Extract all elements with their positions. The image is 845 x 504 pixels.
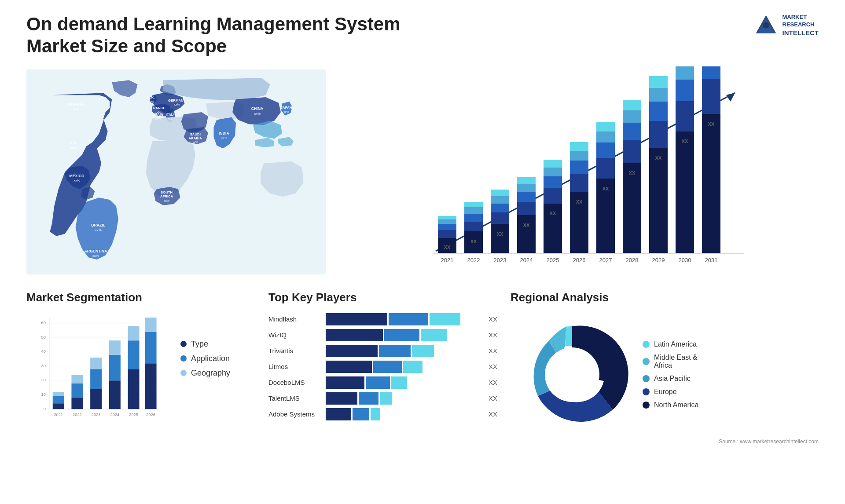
svg-rect-95 (676, 66, 694, 80)
svg-text:xx%: xx% (92, 254, 99, 258)
players-section: Top Key Players Mindflash XX WizIQ (255, 291, 511, 491)
svg-text:XX: XX (444, 245, 451, 250)
svg-rect-140 (90, 358, 102, 369)
svg-text:50: 50 (41, 335, 46, 339)
player-value: XX (489, 394, 497, 402)
svg-text:XX: XX (497, 231, 503, 237)
svg-rect-46 (464, 214, 483, 222)
svg-rect-66 (544, 160, 562, 168)
svg-rect-93 (676, 101, 694, 131)
svg-rect-41 (438, 219, 456, 224)
legend-middle-east: Middle East &Africa (643, 354, 698, 369)
svg-rect-64 (544, 176, 562, 188)
svg-rect-77 (596, 131, 615, 142)
svg-text:FRANCE: FRANCE (151, 106, 165, 110)
svg-text:CANADA: CANADA (67, 102, 84, 106)
middle-east-dot (643, 358, 650, 365)
svg-text:AFRICA: AFRICA (160, 194, 173, 198)
bar-seg (430, 313, 460, 325)
player-name: TalentLMS (268, 394, 321, 402)
svg-text:xx%: xx% (283, 110, 289, 113)
svg-rect-48 (464, 202, 483, 207)
bar-seg (384, 329, 419, 341)
svg-text:INDIA: INDIA (219, 131, 229, 135)
page-title: On demand Learning Management System Mar… (26, 13, 422, 58)
bar-seg (366, 376, 390, 389)
player-bars (326, 361, 481, 373)
svg-text:XX: XX (682, 139, 688, 144)
bar-seg (326, 392, 357, 405)
bar-seg (326, 408, 351, 420)
legend-latin-america: Latin America (643, 340, 698, 348)
player-value: XX (489, 315, 497, 323)
svg-rect-98 (702, 114, 720, 253)
svg-rect-45 (464, 222, 483, 231)
svg-rect-142 (109, 380, 121, 409)
svg-text:40: 40 (41, 349, 46, 354)
svg-rect-83 (623, 110, 641, 123)
svg-rect-144 (109, 340, 121, 355)
europe-dot (643, 388, 650, 395)
svg-rect-100 (702, 66, 720, 79)
type-dot (180, 341, 187, 347)
svg-rect-89 (649, 88, 668, 102)
svg-rect-72 (570, 142, 588, 151)
bar-seg (359, 392, 378, 405)
svg-text:20: 20 (41, 378, 46, 382)
bar-seg (373, 361, 402, 373)
bar-seg (353, 408, 369, 420)
seg-chart-container: 0 10 20 30 40 50 (26, 313, 255, 427)
svg-text:0: 0 (44, 407, 46, 411)
legend-europe: Europe (643, 388, 698, 396)
regional-content: Latin America Middle East &Africa Asia P… (511, 313, 819, 436)
svg-text:U.S.: U.S. (70, 141, 77, 145)
svg-rect-131 (53, 396, 64, 403)
svg-text:2029: 2029 (652, 257, 665, 263)
svg-rect-42 (438, 216, 456, 219)
svg-rect-136 (71, 375, 83, 383)
svg-text:xx%: xx% (192, 141, 198, 144)
segmentation-section: Market Segmentation 0 10 20 (26, 291, 255, 491)
latin-america-label: Latin America (654, 340, 697, 348)
svg-rect-99 (702, 79, 720, 114)
north-america-dot (643, 402, 650, 409)
asia-pacific-dot (643, 375, 650, 382)
bar-seg (379, 345, 411, 357)
svg-rect-81 (623, 140, 641, 163)
player-name: WizIQ (268, 331, 321, 339)
svg-text:2027: 2027 (599, 257, 612, 263)
seg-chart-svg: 0 10 20 30 40 50 (26, 313, 167, 427)
svg-text:CHINA: CHINA (251, 106, 264, 111)
svg-text:ITALY: ITALY (166, 113, 176, 117)
svg-rect-151 (145, 332, 157, 363)
player-value: XX (489, 331, 497, 339)
svg-text:2030: 2030 (679, 257, 691, 263)
application-dot (180, 355, 187, 362)
svg-text:SOUTH: SOUTH (161, 190, 173, 194)
svg-text:XX: XX (603, 186, 609, 191)
legend-north-america: North America (643, 401, 698, 409)
svg-rect-60 (517, 177, 536, 184)
svg-text:XX: XX (576, 199, 583, 205)
legend-type: Type (180, 340, 230, 349)
svg-rect-87 (649, 121, 668, 148)
svg-text:2026: 2026 (146, 413, 155, 417)
player-row: WizIQ XX (268, 329, 497, 341)
segmentation-title: Market Segmentation (26, 291, 255, 304)
legend-geography: Geography (180, 369, 230, 378)
bar-seg (371, 408, 380, 420)
player-bars (326, 345, 481, 357)
svg-rect-57 (517, 202, 536, 215)
player-value: XX (489, 410, 497, 418)
svg-rect-143 (109, 354, 121, 380)
player-value: XX (489, 347, 497, 354)
svg-rect-40 (438, 224, 456, 230)
svg-text:xx%: xx% (254, 112, 261, 116)
player-bars (326, 329, 481, 341)
svg-rect-135 (71, 383, 83, 398)
svg-text:2031: 2031 (705, 257, 718, 263)
svg-text:xx%: xx% (220, 136, 227, 140)
player-row: Litmos XX (268, 361, 497, 373)
svg-text:XX: XX (550, 211, 556, 216)
svg-text:BRAZIL: BRAZIL (91, 223, 106, 227)
